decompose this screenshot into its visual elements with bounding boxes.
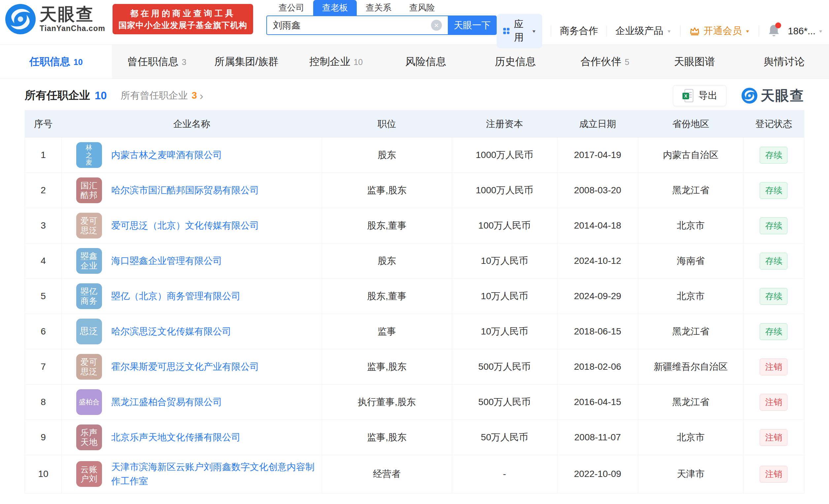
profile-tab[interactable]: 风险信息 [381, 45, 471, 78]
nav-divider [607, 26, 607, 37]
export-button[interactable]: X 导出 [673, 85, 726, 106]
former-positions-link[interactable]: 所有曾任职企业 3 › [121, 89, 203, 102]
page: 天眼查 TianYanCha.com 都在用的商业查询工具 国家中小企业发展子基… [0, 0, 829, 504]
status-badge: 存续 [760, 253, 787, 269]
promo-badge: 都在用的商业查询工具 国家中小企业发展子基金旗下机构 [112, 4, 253, 34]
table-row: 8 盛柏合 黑龙江盛柏合贸易有限公司 执行董事,股东 500万人民币 2016-… [25, 385, 804, 420]
company-name-link[interactable]: 天津市滨海新区云账户刘雨鑫数字文化创意内容制作工作室 [111, 460, 319, 489]
company-cell: 爱可思泛 霍尔果斯爱可思泛文化产业有限公司 [61, 349, 322, 385]
profile-tab-label: 风险信息 [405, 55, 446, 69]
crown-icon [689, 26, 700, 36]
profile-tab-count: 3 [182, 57, 186, 67]
company-name-link[interactable]: 曌亿（北京）商务管理有限公司 [111, 289, 241, 303]
company-cell: 曌鑫企业 海口曌鑫企业管理有限公司 [61, 243, 322, 279]
company-cell: 云账户刘 天津市滨海新区云账户刘雨鑫数字文化创意内容制作工作室 [61, 455, 322, 494]
company-name-link[interactable]: 海口曌鑫企业管理有限公司 [111, 254, 222, 268]
profile-tab[interactable]: 合作伙伴 5 [560, 45, 650, 78]
table-row: 6 思泛 哈尔滨思泛文化传媒有限公司 监事 10万人民币 2018-06-15 … [25, 314, 804, 349]
company-name-link[interactable]: 内蒙古林之麦啤酒有限公司 [111, 148, 222, 162]
status-cell: 注销 [743, 420, 804, 455]
profile-tab[interactable]: 历史信息 [471, 45, 561, 78]
registered-capital-cell: - [452, 455, 557, 494]
registered-capital-cell: 100万人民币 [452, 208, 557, 243]
profile-tab-bar: 任职信息 10 曾任职信息 3 所属集团/族群 控制企业 10 风险信息 历史信… [0, 45, 829, 79]
status-cell: 存续 [743, 208, 804, 243]
profile-tab[interactable]: 控制企业 10 [291, 45, 381, 78]
notification-bell-button[interactable] [767, 24, 781, 38]
profile-tab[interactable]: 任职信息 10 [0, 45, 112, 78]
status-badge: 存续 [760, 147, 787, 164]
province-cell: 新疆维吾尔自治区 [638, 349, 744, 385]
profile-tab[interactable]: 曾任职信息 3 [112, 45, 202, 78]
row-number-cell: 5 [25, 279, 62, 314]
table-column-header: 序号 [25, 111, 62, 138]
status-cell: 注销 [743, 455, 804, 494]
profile-tab[interactable]: 所属集团/族群 [202, 45, 291, 78]
row-number-cell: 2 [25, 173, 62, 208]
company-name-link[interactable]: 霍尔果斯爱可思泛文化产业有限公司 [111, 359, 259, 374]
table-row: 2 国汇酷邦 哈尔滨市国汇酷邦国际贸易有限公司 监事,股东 1000万人民币 2… [25, 173, 804, 208]
company-avatar: 思泛 [76, 319, 102, 344]
row-number-cell: 1 [25, 138, 62, 173]
profile-tab-label: 天眼图谱 [674, 55, 715, 69]
nav-item-enterprise[interactable]: 企业级产品 ▼ [615, 25, 672, 38]
tianyancha-logo-icon [5, 4, 36, 34]
profile-tab-count: 5 [625, 57, 629, 67]
top-header: 天眼查 TianYanCha.com 都在用的商业查询工具 国家中小企业发展子基… [0, 0, 829, 45]
table-column-header: 职位 [322, 111, 452, 138]
table-row: 7 爱可思泛 霍尔果斯爱可思泛文化产业有限公司 监事,股东 500万人民币 20… [25, 349, 804, 385]
profile-tab[interactable]: 舆情讨论 [739, 45, 829, 78]
company-name-link[interactable]: 北京乐声天地文化传播有限公司 [111, 430, 241, 444]
company-name-link[interactable]: 黑龙江盛柏合贸易有限公司 [111, 395, 222, 409]
user-account-button[interactable]: 186*... ▼ [788, 26, 823, 37]
registered-capital-cell: 1000万人民币 [452, 173, 557, 208]
profile-tab[interactable]: 天眼图谱 [650, 45, 740, 78]
founding-date-cell: 2017-04-19 [557, 138, 638, 173]
row-number-cell: 6 [25, 314, 62, 349]
registered-capital-cell: 10万人民币 [452, 314, 557, 349]
position-cell: 监事,股东 [322, 420, 452, 455]
company-cell: 乐声天地 北京乐声天地文化传播有限公司 [61, 420, 322, 455]
search-scope-tab[interactable]: 查公司 [269, 0, 313, 15]
search-button[interactable]: 天眼一下 [448, 15, 497, 35]
status-badge: 注销 [760, 358, 787, 375]
table-header-row: 序号企业名称职位注册资本成立日期省份地区登记状态 [25, 111, 804, 138]
search-input[interactable] [273, 20, 431, 31]
search-box: × [266, 15, 448, 35]
province-cell: 黑龙江省 [638, 314, 744, 349]
company-avatar: 国汇酷邦 [76, 178, 102, 203]
chevron-right-icon: › [200, 90, 203, 101]
clear-search-icon[interactable]: × [431, 20, 442, 31]
positions-table: 序号企业名称职位注册资本成立日期省份地区登记状态 1 林之麦 内蒙古林之麦啤酒有… [25, 110, 804, 494]
svg-text:X: X [684, 93, 687, 99]
founding-date-cell: 2014-04-18 [557, 208, 638, 243]
search-scope-tab-label: 查老板 [322, 2, 348, 13]
company-cell: 国汇酷邦 哈尔滨市国汇酷邦国际贸易有限公司 [61, 173, 322, 208]
nav-item-vip[interactable]: 开通会员 ▼ [689, 25, 750, 38]
registered-capital-cell: 500万人民币 [452, 349, 557, 385]
position-cell: 执行董事,股东 [322, 385, 452, 420]
tianyancha-logo[interactable]: 天眼查 TianYanCha.com [5, 4, 105, 34]
nav-item-business[interactable]: 商务合作 [560, 25, 598, 38]
row-number-cell: 3 [25, 208, 62, 243]
apps-menu-button[interactable]: 应用 ▼ [497, 14, 543, 48]
search-scope-tab[interactable]: 查老板 [313, 0, 357, 15]
company-name-link[interactable]: 哈尔滨思泛文化传媒有限公司 [111, 324, 231, 339]
table-column-header: 企业名称 [61, 111, 322, 138]
founding-date-cell: 2008-11-07 [557, 420, 638, 455]
vip-label: 开通会员 [704, 25, 742, 38]
search-scope-tab[interactable]: 查关系 [357, 0, 400, 15]
row-number-cell: 10 [25, 455, 62, 494]
table-body: 1 林之麦 内蒙古林之麦啤酒有限公司 股东 1000万人民币 2017-04-1… [25, 138, 804, 494]
export-label: 导出 [698, 89, 717, 102]
profile-tab-count: 10 [354, 57, 363, 67]
founding-date-cell: 2008-03-20 [557, 173, 638, 208]
search-scope-tab[interactable]: 查风险 [400, 0, 444, 15]
company-name-link[interactable]: 哈尔滨市国汇酷邦国际贸易有限公司 [111, 183, 259, 197]
table-row: 10 云账户刘 天津市滨海新区云账户刘雨鑫数字文化创意内容制作工作室 经营者 -… [25, 455, 804, 494]
nav-divider [551, 26, 551, 37]
table-column-header: 注册资本 [452, 111, 557, 138]
position-cell: 监事,股东 [322, 173, 452, 208]
table-row: 1 林之麦 内蒙古林之麦啤酒有限公司 股东 1000万人民币 2017-04-1… [25, 138, 804, 173]
company-name-link[interactable]: 爱可思泛（北京）文化传媒有限公司 [111, 218, 259, 233]
